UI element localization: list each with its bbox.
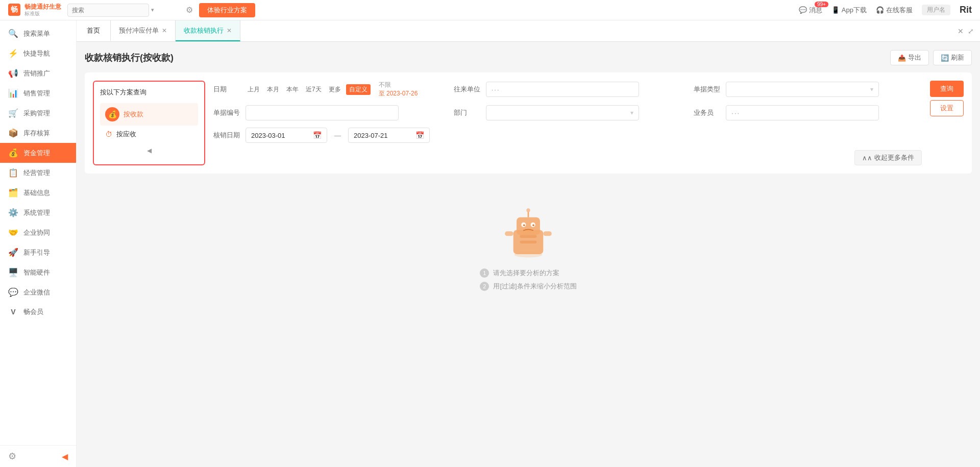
staff-select-dots: ··· [731,109,740,117]
empty-state: 1 请先选择要分析的方案 2 用[过滤]条件来缩小分析范围 [85,174,972,322]
settings-button[interactable]: 设置 [930,100,964,116]
shortcut-this-year[interactable]: 本年 [284,84,301,95]
hardware-icon: 🖥️ [8,267,18,277]
staff-select[interactable]: ··· [726,105,879,120]
verify-date-field: 核销日期 2023-03-01 📅 — 2023-07-21 📅 [213,128,922,143]
filter-option-by-receivable[interactable]: ⏱ 按应收 [100,126,198,143]
sidebar-item-purchase[interactable]: 🛒 采购管理 [0,103,76,123]
doctype-select[interactable]: ▾ [726,82,879,97]
verify-end-input[interactable]: 2023-07-21 📅 [348,128,430,143]
sidebar: 🔍 搜索菜单 ⚡ 快捷导航 📢 营销推广 📊 销售管理 🛒 采购管理 📦 [0,20,77,467]
sidebar-item-management[interactable]: 📋 经营管理 [0,163,76,183]
sidebar-item-guide[interactable]: 🚀 新手引导 [0,242,76,262]
sidebar-item-finance[interactable]: 💰 资金管理 [0,143,76,163]
tab-bar: 首页 预付冲应付单 ✕ 收款核销执行 ✕ ✕ ⤢ [77,20,980,42]
filter-row-2: 单据编号 部门 ▾ 业务员 [213,105,922,120]
online-service-button[interactable]: 🎧 在线客服 [876,6,913,15]
counterparty-field: 往来单位 ··· [454,82,682,97]
search-area: ▾ [67,4,180,17]
sidebar-item-collab[interactable]: 🤝 企业协同 [0,223,76,242]
page-title: 收款核销执行(按收款) [85,52,174,64]
collapse-more-button[interactable]: ∧∧ 收起更多条件 [854,150,922,165]
page-content: 收款核销执行(按收款) 📤 导出 🔄 刷新 按以下方案查询 [77,42,980,467]
chevron-down-icon: ▾ [151,7,154,13]
sales-icon: 📊 [8,88,18,98]
tab-prepay[interactable]: 预付冲应付单 ✕ [111,20,176,41]
docno-input[interactable] [246,105,399,120]
tab-expand-icon[interactable]: ⤢ [968,27,974,35]
collapse-icon: ◀ [147,147,152,154]
settings-icon[interactable]: ⚙ [8,451,16,462]
member-icon: V [8,308,18,316]
tab-close-all-icon[interactable]: ✕ [958,27,964,35]
messages-button[interactable]: 💬 消息 99+ [799,6,822,15]
collection-tab-close[interactable]: ✕ [227,27,232,34]
search-input[interactable] [67,4,149,17]
sidebar-item-basicinfo[interactable]: 🗂️ 基础信息 [0,183,76,203]
export-button[interactable]: 📤 导出 [890,50,929,65]
solution-button[interactable]: 体验行业方案 [199,3,255,17]
prepay-tab-close[interactable]: ✕ [162,27,167,34]
staff-field: 业务员 ··· [694,105,922,120]
tab-controls: ✕ ⤢ [951,20,980,41]
gear-icon[interactable]: ⚙ [186,5,193,15]
left-panel-collapse[interactable]: ◀ [100,147,198,154]
service-label: 在线客服 [886,6,913,15]
sidebar-item-label: 销售管理 [23,89,50,98]
sidebar-item-inventory[interactable]: 📦 库存核算 [0,123,76,143]
app-label: App下载 [842,6,867,15]
refresh-icon: 🔄 [941,54,949,62]
collab-icon: 🤝 [8,228,18,237]
date-range-separator: — [334,132,341,139]
filter-left-panel: 按以下方案查询 💰 按收款 ⏱ 按应收 ◀ [93,81,205,165]
finance-icon: 💰 [8,148,18,158]
collapse-sidebar-button[interactable]: ◀ [62,452,68,461]
sidebar-item-label: 企业协同 [23,228,50,237]
sidebar-item-search[interactable]: 🔍 搜索菜单 [0,23,76,43]
sidebar-item-sales[interactable]: 📊 销售管理 [0,83,76,103]
basicinfo-icon: 🗂️ [8,188,18,198]
verify-start-input[interactable]: 2023-03-01 📅 [246,128,327,143]
sidebar-item-system[interactable]: ⚙️ 系统管理 [0,203,76,223]
sidebar-item-wechat[interactable]: 💬 企业微信 [0,282,76,302]
shortcut-this-month[interactable]: 本月 [265,84,281,95]
tip-num-1: 1 [480,268,489,278]
doctype-label: 单据类型 [694,85,722,94]
dept-select[interactable]: ▾ [486,105,639,120]
counterparty-select[interactable]: ··· [486,82,639,97]
doctype-field: 单据类型 ▾ [694,82,922,97]
filter-option-by-payment[interactable]: 💰 按收款 [100,103,198,126]
counterparty-label: 往来单位 [454,85,482,94]
sidebar-item-quicknav[interactable]: ⚡ 快捷导航 [0,43,76,63]
shortcut-more[interactable]: 更多 [327,84,343,95]
tab-home[interactable]: 首页 [77,20,111,41]
sidebar-item-label: 营销推广 [23,69,50,78]
content-area: 首页 预付冲应付单 ✕ 收款核销执行 ✕ ✕ ⤢ 收款核销执行(按收款) [77,20,980,467]
payment-option-label: 按收款 [124,110,143,119]
sidebar-item-label: 畅会员 [23,307,43,316]
shortcut-7days[interactable]: 近7天 [304,84,324,95]
collection-tab-label: 收款核销执行 [184,26,224,35]
sidebar-item-marketing[interactable]: 📢 营销推广 [0,63,76,83]
service-icon: 🎧 [876,6,884,14]
query-button[interactable]: 查询 [930,81,964,97]
refresh-button[interactable]: 🔄 刷新 [933,50,972,65]
query-btn-group: 查询 设置 [930,81,964,116]
sidebar-item-hardware[interactable]: 🖥️ 智能硬件 [0,262,76,282]
shortcut-last-month[interactable]: 上月 [246,84,262,95]
calendar-end-icon[interactable]: 📅 [415,131,424,139]
tab-collection[interactable]: 收款核销执行 ✕ [176,20,240,41]
docno-label: 单据编号 [213,108,241,117]
select-dots: ··· [492,86,500,93]
tip-text-2: 用[过滤]条件来缩小分析范围 [493,282,576,291]
filter-section: 按以下方案查询 💰 按收款 ⏱ 按应收 ◀ [85,72,972,174]
export-icon: 📤 [898,54,906,62]
app-download-button[interactable]: 📱 App下载 [831,6,867,15]
date-label: 日期 [213,85,241,94]
svg-point-5 [523,224,525,226]
shortcut-custom[interactable]: 自定义 [346,84,371,95]
collapse-more-label: 收起更多条件 [874,153,914,162]
calendar-start-icon[interactable]: 📅 [313,131,322,139]
sidebar-item-member[interactable]: V 畅会员 [0,302,76,322]
user-area[interactable]: 用户名 [922,5,950,15]
